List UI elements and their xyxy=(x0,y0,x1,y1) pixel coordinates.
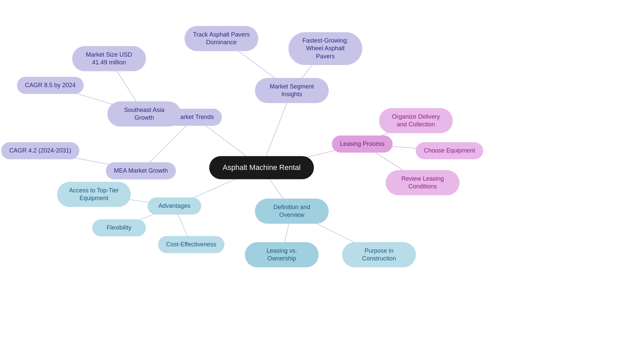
node-cagr-2024[interactable]: CAGR 8.5 by 2024 xyxy=(17,77,84,94)
mindmap-container: Asphalt Machine RentalMarket TrendsMarke… xyxy=(0,0,644,363)
node-flexibility[interactable]: Flexibility xyxy=(92,219,146,236)
node-mea-market-growth[interactable]: MEA Market Growth xyxy=(106,162,176,179)
node-fastest-growing[interactable]: Fastest-Growing: Wheel Asphalt Pavers xyxy=(288,32,362,65)
node-cost-effectiveness[interactable]: Cost-Effectiveness xyxy=(158,236,224,253)
node-purpose-construction[interactable]: Purpose in Construction xyxy=(342,242,416,267)
node-leasing-process[interactable]: Leasing Process xyxy=(332,135,392,153)
node-market-segment-insights[interactable]: Market Segment Insights xyxy=(255,78,329,103)
node-cagr-2031[interactable]: CAGR 4.2 (2024-2031) xyxy=(1,142,79,159)
node-track-asphalt[interactable]: Track Asphalt Pavers Dominance xyxy=(184,26,258,51)
node-review-leasing[interactable]: Review Leasing Conditions xyxy=(386,170,460,195)
node-southeast-asia-growth[interactable]: Southeast Asia Growth xyxy=(107,102,181,127)
node-definition-overview[interactable]: Definition and Overview xyxy=(255,199,329,224)
node-access-equipment[interactable]: Access to Top-Tier Equipment xyxy=(57,182,131,207)
node-leasing-vs-ownership[interactable]: Leasing vs. Ownership xyxy=(245,242,319,267)
node-advantages[interactable]: Advantages xyxy=(148,197,201,215)
node-choose-equipment[interactable]: Choose Equipment xyxy=(416,142,483,159)
node-organize-delivery[interactable]: Organize Delivery and Collection xyxy=(379,108,453,133)
center-node[interactable]: Asphalt Machine Rental xyxy=(209,156,314,179)
node-market-size[interactable]: Market Size USD 41.49 million xyxy=(72,46,146,71)
